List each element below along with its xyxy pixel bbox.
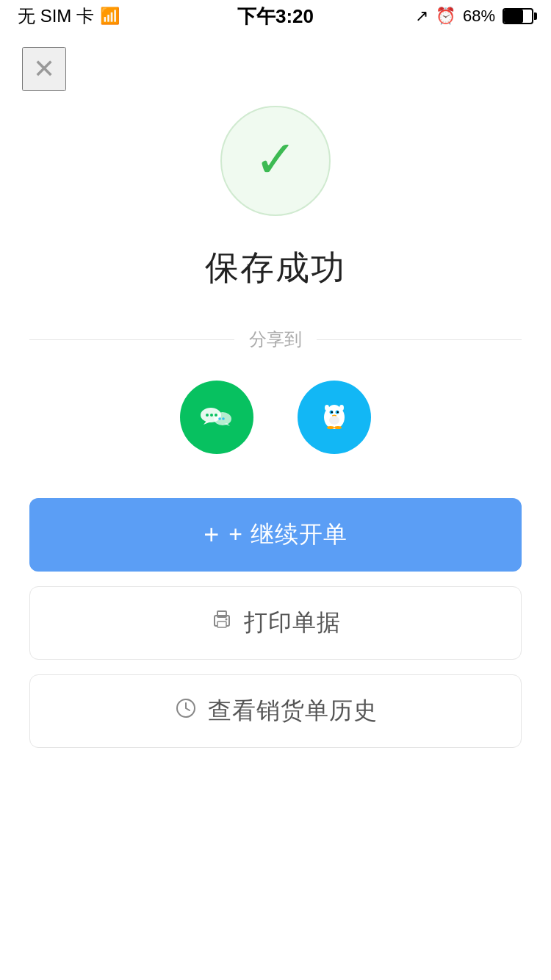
action-buttons: + + 继续开单 打印单据 查看销货单历 — [29, 498, 522, 748]
qq-share-button[interactable] — [298, 381, 371, 454]
svg-point-14 — [337, 411, 339, 413]
svg-point-13 — [331, 411, 333, 413]
success-title: 保存成功 — [205, 245, 346, 291]
print-button[interactable]: 打印单据 — [29, 586, 522, 660]
svg-point-6 — [222, 417, 225, 420]
alarm-icon: ⏰ — [436, 7, 455, 26]
history-button[interactable]: 查看销货单历史 — [29, 674, 522, 748]
plus-icon: + — [204, 519, 220, 550]
svg-point-5 — [218, 417, 221, 420]
share-icons-container — [180, 381, 371, 454]
status-right: ↗ ⏰ 68% — [415, 7, 533, 26]
svg-point-19 — [325, 405, 329, 411]
main-content: ✕ ✓ 保存成功 分享到 — [0, 32, 551, 777]
continue-button[interactable]: + + 继续开单 — [29, 498, 522, 572]
svg-point-3 — [210, 414, 213, 417]
status-bar: 无 SIM 卡 📶 下午3:20 ↗ ⏰ 68% — [0, 0, 551, 32]
wechat-icon — [196, 397, 237, 438]
history-icon — [174, 696, 198, 726]
sim-text: 无 SIM 卡 — [18, 4, 94, 28]
svg-marker-7 — [204, 421, 211, 425]
svg-point-17 — [327, 426, 334, 429]
success-circle: ✓ — [220, 106, 331, 216]
print-icon — [210, 608, 234, 638]
status-time: 下午3:20 — [237, 4, 314, 29]
share-label: 分享到 — [249, 328, 302, 351]
checkmark-icon: ✓ — [254, 134, 298, 185]
svg-point-16 — [329, 416, 339, 425]
wechat-share-button[interactable] — [180, 381, 253, 454]
wifi-icon: 📶 — [100, 7, 120, 26]
history-label: 查看销货单历史 — [208, 695, 378, 727]
svg-point-18 — [334, 426, 342, 429]
location-icon: ↗ — [415, 7, 428, 26]
continue-label: + 继续开单 — [228, 519, 347, 551]
battery-icon — [503, 8, 533, 24]
print-label: 打印单据 — [244, 607, 341, 639]
divider-right — [317, 339, 522, 340]
svg-point-2 — [206, 414, 209, 417]
close-button[interactable]: ✕ — [22, 47, 66, 91]
qq-icon — [315, 398, 353, 436]
close-icon: ✕ — [33, 56, 55, 82]
svg-rect-23 — [217, 621, 226, 627]
status-left: 无 SIM 卡 📶 — [18, 4, 120, 28]
svg-point-20 — [339, 405, 344, 411]
svg-point-24 — [226, 619, 228, 621]
battery-percent: 68% — [463, 7, 495, 26]
svg-point-4 — [215, 414, 217, 417]
share-divider: 分享到 — [29, 328, 522, 351]
divider-left — [29, 339, 234, 340]
